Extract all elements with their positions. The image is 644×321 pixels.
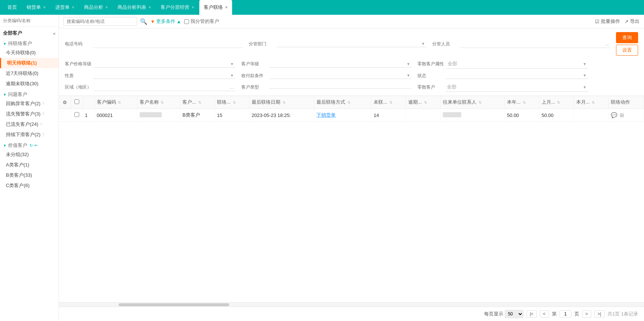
- dept-select[interactable]: ▼: [277, 41, 427, 47]
- col-checkbox[interactable]: [71, 96, 83, 109]
- gear-settings-icon[interactable]: ⚙: [63, 100, 67, 105]
- col-gear[interactable]: ⚙: [59, 96, 71, 109]
- col-this-year[interactable]: 本年... ⇅: [505, 96, 539, 109]
- sidebar-collapse-icon[interactable]: «: [53, 31, 56, 36]
- edit-icon[interactable]: ✏: [34, 143, 38, 148]
- row-contact-cell: 15: [215, 109, 249, 122]
- filter-dept-field: 分管部门 ▼: [249, 41, 427, 47]
- row-last-method-cell[interactable]: 下销货单: [314, 109, 371, 122]
- nav-customer-contact[interactable]: 客户联络 ×: [199, 0, 232, 15]
- retail-attr-chevron-icon: ▼: [583, 62, 587, 66]
- name-placeholder: [140, 112, 162, 117]
- query-button[interactable]: 查询: [616, 32, 638, 43]
- action-grid-icon[interactable]: ⊞: [620, 112, 624, 118]
- last-method-link[interactable]: 下销货单: [316, 112, 336, 118]
- price-level-select[interactable]: ▼: [94, 61, 235, 68]
- nav-product-analysis-close[interactable]: ×: [105, 5, 108, 10]
- select-all-checkbox[interactable]: [74, 99, 79, 104]
- retail-attr-label: 零散客户属性: [417, 61, 444, 67]
- first-page-button[interactable]: |<: [526, 310, 537, 318]
- filter-payment-field: 收付款条件 ▼: [241, 72, 412, 79]
- filter-bar: 🔍 ▼ 更多条件 ▲ 我分管的客户 ☑ 批量操作 ↗ 导出: [59, 15, 644, 28]
- page-size-selector: 每页显示 50 100 200: [484, 310, 524, 318]
- nav-customer-tiering-close[interactable]: ×: [192, 5, 194, 10]
- filter-retail-customer-field: 零散客户 全部 ▼: [417, 83, 588, 92]
- col-last-month[interactable]: 上月... ⇅: [539, 96, 574, 109]
- col-type[interactable]: 客户... ⇅: [180, 96, 215, 109]
- more-conditions-button[interactable]: ▼ 更多条件 ▲: [150, 18, 181, 25]
- status-select[interactable]: ▼: [445, 72, 588, 79]
- col-no-contact[interactable]: 未联... ⇅: [371, 96, 406, 109]
- sidebar-item-class-a[interactable]: A类客户(1): [0, 160, 59, 170]
- filter-search-icon[interactable]: 🔍: [140, 18, 147, 25]
- sidebar-all-customers: 全部客户 «: [0, 27, 59, 38]
- col-last-contact-method[interactable]: 最后联络方式 ⇅: [314, 96, 371, 109]
- nav-product-analysis-list[interactable]: 商品分析列表 ×: [113, 0, 155, 15]
- sidebar-search-bar: 🔍: [0, 15, 59, 27]
- col-last-contact-date[interactable]: 最后联络日期 ⇅: [249, 96, 314, 109]
- retail-attr-select[interactable]: 全部 ▼: [446, 59, 588, 69]
- customer-type-select[interactable]: [269, 86, 412, 89]
- nav-sales-order-close[interactable]: ×: [43, 5, 46, 10]
- payment-select[interactable]: ▼: [269, 72, 412, 79]
- row-checkbox-cell[interactable]: [71, 109, 83, 122]
- my-customers-checkbox-label[interactable]: 我分管的客户: [184, 18, 219, 25]
- row-checkbox[interactable]: [74, 112, 79, 117]
- col-name[interactable]: 客户名称 ⇅: [137, 96, 180, 109]
- nav-sales-order[interactable]: 销货单 ×: [22, 0, 50, 15]
- sidebar-item-churned[interactable]: 已流失客户(24) ?: [0, 119, 59, 130]
- next-page-button[interactable]: >: [582, 310, 591, 318]
- filter-price-level-field: 客户价格等级 ▼: [65, 61, 235, 68]
- horizontal-scrollbar[interactable]: [59, 302, 644, 307]
- sidebar-item-today-contact[interactable]: 今天待联络(0): [0, 48, 59, 58]
- nav-home[interactable]: 首页: [3, 0, 21, 15]
- customer-level-select[interactable]: ▼: [269, 61, 412, 68]
- filter-row-2: 客户价格等级 ▼ 客户等级 ▼ 零散客户属性 全部: [65, 59, 638, 69]
- action-chat-icon[interactable]: 💬: [611, 112, 617, 118]
- sidebar-item-continuous-decline[interactable]: 持续下滑客户(2) ?: [0, 130, 59, 140]
- sidebar-item-class-c[interactable]: C类客户(6): [0, 180, 59, 191]
- set-button[interactable]: 设置: [616, 45, 638, 56]
- sidebar-item-repurchase-abnormal[interactable]: 回购异常客户(2) ?: [0, 99, 59, 109]
- region-ellipsis-icon: ...: [230, 84, 234, 90]
- sidebar-item-ungrouped[interactable]: 未分组(32): [0, 149, 59, 160]
- nav-customer-contact-close[interactable]: ×: [225, 5, 228, 10]
- col-contact[interactable]: 联络... ⇅: [215, 96, 249, 109]
- phone-input[interactable]: [93, 40, 243, 48]
- row-type-cell: B类客户: [180, 109, 215, 122]
- person-select[interactable]: ...: [460, 40, 610, 48]
- refresh-icon[interactable]: ↻: [29, 143, 33, 148]
- nav-product-analysis-list-close[interactable]: ×: [148, 5, 151, 10]
- phone-label: 电话号码: [65, 41, 91, 47]
- retail-customer-select[interactable]: 全部 ▼: [445, 83, 588, 92]
- nature-select[interactable]: ▼: [93, 72, 235, 79]
- scrollbar-thumb[interactable]: [119, 303, 229, 306]
- customers-table: ⚙ 客户编码 ⇅ 客户名称 ⇅: [59, 96, 644, 122]
- search-input[interactable]: [63, 17, 137, 26]
- sidebar-search-input[interactable]: [3, 18, 58, 23]
- export-button[interactable]: ↗ 导出: [624, 18, 640, 25]
- nav-purchase-order-close[interactable]: ×: [72, 5, 74, 10]
- col-code[interactable]: 客户编码 ⇅: [94, 96, 137, 109]
- page-number-input[interactable]: [560, 310, 571, 318]
- section-triangle-icon-2: ▼: [3, 93, 7, 97]
- customer-type-label: 客户类型: [241, 84, 267, 90]
- col-this-month[interactable]: 本月... ⇅: [574, 96, 608, 109]
- nav-purchase-order[interactable]: 进货单 ×: [51, 0, 79, 15]
- prev-page-button[interactable]: <: [540, 310, 549, 318]
- page-size-select[interactable]: 50 100 200: [505, 310, 524, 318]
- sidebar-item-class-b[interactable]: B类客户(33): [0, 170, 59, 180]
- sidebar-item-overdue-contact[interactable]: 逾期未联络(30): [0, 79, 59, 89]
- sidebar-item-tomorrow-contact[interactable]: 明天待联络(1): [0, 58, 59, 68]
- my-customers-checkbox[interactable]: [184, 19, 189, 24]
- nav-product-analysis[interactable]: 商品分析 ×: [80, 0, 112, 15]
- sidebar-item-churn-warning[interactable]: 流失预警客户(3) ?: [0, 109, 59, 119]
- batch-operation-button[interactable]: ☑ 批量操作: [595, 18, 620, 25]
- nav-customer-tiering[interactable]: 客户分层经营 ×: [156, 0, 199, 15]
- region-select[interactable]: ...: [94, 83, 235, 91]
- last-page-button[interactable]: >|: [594, 310, 605, 318]
- col-unit-contact[interactable]: 往来单位联系人 ⇅: [441, 96, 505, 109]
- sort-this-month-icon: ⇅: [592, 100, 595, 104]
- sidebar-item-7days-contact[interactable]: 近7天待联络(0): [0, 68, 59, 79]
- col-overdue[interactable]: 逾期... ⇅: [406, 96, 441, 109]
